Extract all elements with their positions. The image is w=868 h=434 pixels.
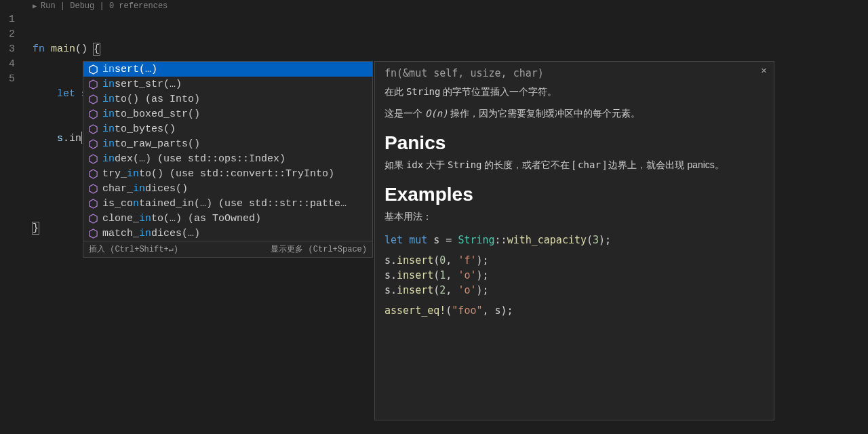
close-icon[interactable]: ×: [761, 66, 767, 77]
suggestion-item[interactable]: clone_into(…) (as ToOwned): [83, 211, 372, 226]
doc-paragraph: 在此 String 的字节位置插入一个字符。: [384, 86, 764, 98]
method-icon: [87, 213, 98, 224]
suggestion-item[interactable]: into_raw_parts(): [83, 136, 372, 151]
line-number: 4: [0, 57, 20, 72]
suggestion-item[interactable]: try_into() (use std::convert::TryInto): [83, 166, 372, 181]
codelens-run[interactable]: Run: [41, 1, 56, 11]
suggestion-label: try_into() (use std::convert::TryInto): [102, 168, 334, 180]
suggestion-hint-more[interactable]: 显示更多 (Ctrl+Space): [271, 243, 367, 255]
suggestion-status-bar: 插入 (Ctrl+Shift+↵) 显示更多 (Ctrl+Space): [83, 241, 372, 257]
doc-heading-panics: Panics: [384, 132, 764, 154]
method-icon: [87, 168, 98, 179]
code-editor[interactable]: Run | Debug | 0 references 1 2 3 4 5 fn …: [0, 0, 868, 434]
doc-paragraph: 这是一个 O(n) 操作，因为它需要复制缓冲区中的每个元素。: [384, 108, 764, 120]
doc-code-block: s.insert(0, 'f'); s.insert(1, 'o'); s.in…: [384, 253, 764, 298]
documentation-widget[interactable]: × fn(&mut self, usize, char) 在此 String 的…: [374, 61, 774, 420]
suggestion-item[interactable]: insert(…): [83, 62, 372, 77]
suggestion-label: insert(…): [102, 64, 157, 75]
suggestion-hint-insert: 插入 (Ctrl+Shift+↵): [89, 243, 178, 255]
suggestion-label: insert_str(…): [102, 79, 182, 90]
method-icon: [87, 198, 98, 209]
text-cursor: [81, 132, 82, 144]
suggestion-label: into_boxed_str(): [102, 108, 200, 120]
suggestion-item[interactable]: into() (as Into): [83, 92, 372, 106]
suggestion-item[interactable]: char_indices(): [83, 181, 372, 196]
suggestion-label: into_bytes(): [102, 123, 176, 135]
line-number: 5: [0, 72, 20, 87]
codelens-debug[interactable]: Debug: [70, 1, 94, 11]
doc-code-block: let mut s = String::with_capacity(3);: [384, 233, 764, 248]
code-lens: Run | Debug | 0 references: [33, 0, 167, 12]
method-icon: [87, 183, 98, 194]
suggestion-item[interactable]: insert_str(…): [83, 77, 372, 92]
suggestion-item[interactable]: is_contained_in(…) (use std::str::patte…: [83, 196, 372, 211]
suggestion-label: char_indices(): [102, 183, 188, 195]
doc-heading-examples: Examples: [384, 184, 764, 205]
suggestion-label: into() (as Into): [102, 94, 200, 105]
method-icon: [87, 153, 98, 164]
suggestion-label: match_indices(…): [102, 228, 200, 239]
codelens-references[interactable]: 0 references: [109, 1, 167, 11]
code-line[interactable]: fn main() {: [33, 42, 289, 57]
suggestion-item[interactable]: into_boxed_str(): [83, 106, 372, 121]
line-number: 3: [0, 42, 20, 57]
suggestion-label: index(…) (use std::ops::Index): [102, 153, 285, 165]
suggestion-item[interactable]: index(…) (use std::ops::Index): [83, 151, 372, 166]
method-icon: [87, 79, 98, 90]
suggestion-item[interactable]: into_bytes(): [83, 121, 372, 136]
line-number: 1: [0, 12, 20, 27]
doc-paragraph: 基本用法：: [384, 211, 764, 223]
method-icon: [87, 94, 98, 104]
suggestion-label: clone_into(…) (as ToOwned): [102, 213, 261, 224]
method-icon: [87, 138, 98, 149]
suggestion-widget[interactable]: insert(…)insert_str(…)into() (as Into)in…: [83, 61, 373, 258]
suggestion-label: is_contained_in(…) (use std::str::patte…: [102, 198, 347, 210]
method-icon: [87, 228, 98, 239]
doc-signature: fn(&mut self, usize, char): [384, 67, 764, 79]
doc-code-block: assert_eq!("foo", s);: [384, 303, 764, 318]
suggestion-item[interactable]: match_indices(…): [83, 226, 372, 241]
method-icon: [87, 108, 98, 119]
method-icon: [87, 64, 98, 75]
doc-paragraph: 如果 idx 大于 String 的长度，或者它不在 [ char ] 边界上，…: [384, 159, 764, 172]
method-icon: [87, 123, 98, 134]
line-number: 2: [0, 27, 20, 42]
line-number-gutter: 1 2 3 4 5: [0, 12, 20, 87]
suggestion-label: into_raw_parts(): [102, 138, 200, 150]
